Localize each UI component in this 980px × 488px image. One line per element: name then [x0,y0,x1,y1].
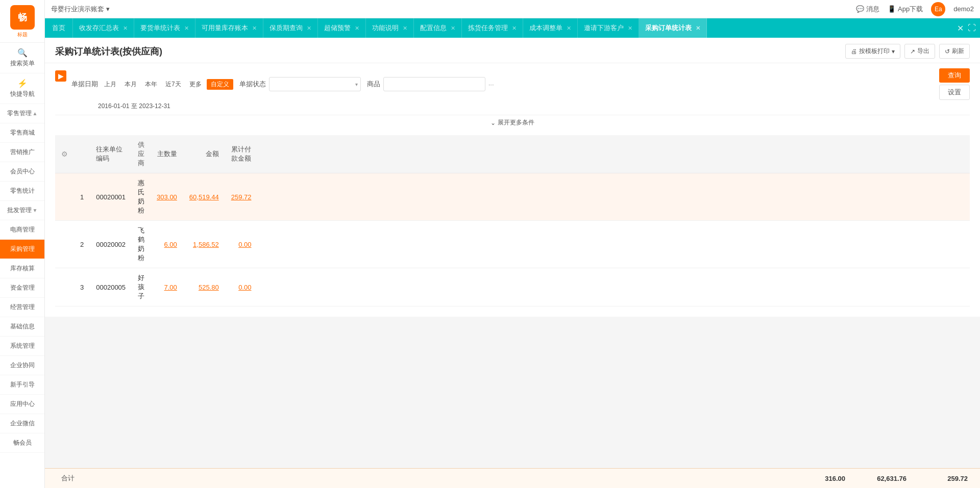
company-selector[interactable]: 母婴行业演示账套 ▾ [51,5,110,14]
sidebar-item-marketing[interactable]: 营销推广 [0,143,44,162]
export-button[interactable]: ↗ 导出 [904,44,935,59]
amount-link-2[interactable]: 1,586.52 [193,241,219,248]
tab-close-icon[interactable]: ✕ [403,25,407,32]
refresh-button[interactable]: ↺ 刷新 [939,44,970,59]
tab-close-icon[interactable]: ✕ [567,25,571,32]
date-shortcut-more[interactable]: 更多 [186,79,205,90]
amount-link-1[interactable]: 60,519.44 [189,193,219,201]
supplier-3: 好孩子 [132,268,151,306]
sidebar-item-wholesale[interactable]: 批发管理 ▼ [0,201,44,220]
sidebar-item-finance[interactable]: 资金管理 [0,278,44,298]
tab-close-icon[interactable]: ✕ [451,25,455,32]
chevron-down-icon: ⌄ [491,119,496,126]
footer-paid-amount: 259.72 [913,475,974,482]
sidebar-item-collab[interactable]: 企业协同 [0,356,44,375]
sidebar-item-system[interactable]: 系统管理 [0,337,44,356]
template-print-button[interactable]: 🖨 按模板打印 ▾ [845,44,900,59]
tab-shofahu[interactable]: 收发存汇总表 ✕ [73,18,134,38]
maximize-icon[interactable]: ⛶ [968,23,976,33]
tab-close-icon[interactable]: ✕ [184,25,189,32]
tab-label: 邀请下游客户 [584,23,624,33]
tab-home[interactable]: 首页 [45,18,73,38]
paid-amount-2: 0.00 [225,221,258,268]
search-icon: 🔍 [17,48,28,58]
tab-close-icon[interactable]: ✕ [696,25,700,32]
settings-icon[interactable]: ⚙ [61,150,68,158]
filter-collapse-button[interactable]: ▶ [55,70,66,82]
user-avatar[interactable]: Ea [931,2,945,16]
sidebar-item-wechat[interactable]: 企业微信 [0,414,44,433]
tab-caigou[interactable]: 采购订单统计表 ✕ [639,18,707,38]
sidebar-item-retail-mall[interactable]: 零售商城 [0,123,44,143]
tab-close-icon[interactable]: ✕ [252,25,257,32]
page-content: 采购订单统计表(按供应商) 🖨 按模板打印 ▾ ↗ 导出 ↺ 刷新 [45,38,980,468]
tab-close-icon[interactable]: ✕ [512,25,517,32]
date-custom-button[interactable]: 自定义 [207,79,233,90]
row-extra-2 [257,221,970,268]
footer-label: 合计 [51,474,75,483]
sidebar-item-basic[interactable]: 基础信息 [0,317,44,337]
sidebar-item-appcenter[interactable]: 应用中心 [0,395,44,414]
tab-chengben[interactable]: 成本调整单 ✕ [523,18,578,38]
status-select[interactable] [269,77,361,91]
unit-code-1: 00020001 [90,173,132,221]
date-shortcut-last-month[interactable]: 上月 [101,79,119,90]
tab-tuohuo[interactable]: 拣货任务管理 ✕ [462,18,523,38]
more-options-icon[interactable]: ··· [488,81,494,88]
sidebar-item-ops[interactable]: 经营管理 [0,298,44,317]
qty-link-1[interactable]: 303.00 [157,193,177,201]
tab-close-icon[interactable]: ✕ [355,25,359,32]
date-shortcut-7days[interactable]: 近7天 [162,79,184,90]
sidebar-item-ecom[interactable]: 电商管理 [0,220,44,240]
sidebar-item-retail-stats[interactable]: 零售统计 [0,182,44,201]
sidebar-item-inventory[interactable]: 库存核算 [0,259,44,278]
sidebar-item-label: 电商管理 [10,225,35,234]
tab-yaoqing[interactable]: 邀请下游客户 ✕ [578,18,639,38]
date-filter: 单据日期 上月 本月 本年 近7天 更多 自定义 [71,79,233,90]
app-label: App下载 [898,5,923,14]
sidebar-item-label: 企业微信 [10,419,35,428]
tab-close-icon[interactable]: ✕ [123,25,128,32]
date-shortcut-this-month[interactable]: 本月 [121,79,140,90]
tab-keyong[interactable]: 可用量库存账本 ✕ [195,18,263,38]
row-settings [55,221,74,268]
sidebar-item-retail[interactable]: 零售管理 ▲ [0,104,44,123]
paid-link-3[interactable]: 0.00 [238,284,251,291]
tab-close-icon[interactable]: ✕ [307,25,311,32]
row-extra-1 [257,173,970,221]
tab-yaohuo[interactable]: 要货单统计表 ✕ [134,18,195,38]
sidebar-item-label: 营销推广 [10,148,35,157]
sidebar-item-quick-nav[interactable]: ⚡ 快捷导航 [0,73,44,104]
tab-chaochuyu[interactable]: 超储预警 ✕ [318,18,366,38]
paid-link-1[interactable]: 259.72 [231,193,252,201]
settings-button[interactable]: 设置 [939,85,970,100]
sidebar-item-label: 企业协同 [10,361,35,370]
sidebar-item-member[interactable]: 会员中心 [0,162,44,182]
sidebar-item-search[interactable]: 🔍 搜索英单 [0,43,44,73]
tab-gongneng[interactable]: 功能说明 ✕ [366,18,414,38]
amount-link-3[interactable]: 525.80 [199,284,219,291]
sidebar-item-label: 应用中心 [10,400,35,408]
date-shortcut-this-year[interactable]: 本年 [142,79,160,90]
search-button[interactable]: 查询 [939,68,970,83]
close-all-icon[interactable]: ✕ [957,23,964,33]
expand-more-button[interactable]: ⌄ 展开更多条件 [55,115,970,130]
tab-label: 超储预警 [324,23,351,33]
goods-input[interactable] [383,77,485,91]
message-button[interactable]: 💬 消息 [856,5,879,14]
qty-link-2[interactable]: 6.00 [164,241,177,248]
sidebar-item-label: 采购管理 [10,245,35,253]
qty-link-3[interactable]: 7.00 [164,284,177,291]
tab-close-icon[interactable]: ✕ [628,25,632,32]
col-unit-code: 往来单位编码 [90,135,132,173]
tab-peizhi[interactable]: 配置信息 ✕ [414,18,462,38]
tab-baozhiqi[interactable]: 保质期查询 ✕ [263,18,318,38]
sidebar-item-guide[interactable]: 新手引导 [0,375,44,395]
sidebar-item-purchase[interactable]: 采购管理 [0,240,44,259]
paid-link-2[interactable]: 0.00 [238,241,251,248]
app-download-button[interactable]: 📱 App下载 [888,5,923,14]
chevron-down-icon: ▾ [106,5,110,13]
sidebar-item-label: 库存核算 [10,264,35,273]
chevron-up-icon: ▲ [33,111,38,116]
sidebar-item-vip[interactable]: 畅会员 [0,433,44,453]
